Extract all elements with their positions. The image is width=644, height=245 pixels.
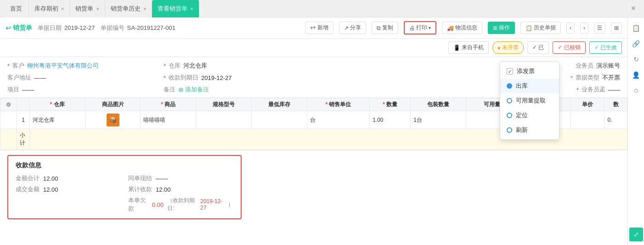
- sidebar-refresh-icon[interactable]: ↻: [629, 52, 643, 66]
- blue-dot-icon: [507, 83, 512, 89]
- print-dropdown-arrow: ▾: [429, 25, 431, 30]
- product-thumbnail: 📦: [107, 114, 119, 126]
- check-icon: ✓: [558, 44, 562, 51]
- doc-date-field: 单据日期 2019-12-27: [38, 24, 95, 32]
- dropdown-item-locate[interactable]: 定位: [500, 108, 559, 123]
- row-amount: 0.: [604, 111, 627, 129]
- row-pack-qty: 1台: [411, 111, 466, 129]
- already-effective-btn[interactable]: ✓ 已生效: [589, 41, 622, 54]
- due-row: 本单欠款 0.00 （收款到期日: 2019-12-27 ）: [128, 196, 233, 213]
- remark-field: 备注 ⊕ 添加备注: [164, 85, 292, 94]
- tab-home[interactable]: 首页: [4, 0, 29, 17]
- tab-close-history[interactable]: ×: [143, 6, 146, 11]
- checkbox-icon: ✓: [507, 68, 513, 74]
- tab-close-sales[interactable]: ×: [96, 6, 99, 11]
- sidebar-star-icon[interactable]: ✩: [629, 84, 643, 97]
- row-sales-unit: 台: [307, 111, 370, 129]
- salesperson-field: * 业务员孟 ——: [576, 85, 620, 94]
- main-layout: ↩ 销货单 单据日期 2019-12-27 单据编号 SA-20191227-0…: [0, 17, 644, 245]
- ops-icon: ⊞: [493, 25, 497, 31]
- subtotal-label-cell: [0, 129, 17, 150]
- tab-close-view[interactable]: ×: [190, 6, 193, 11]
- sidebar-link-icon[interactable]: 🔗: [629, 37, 643, 51]
- sidebar-expand-icon[interactable]: ⤢: [629, 228, 643, 241]
- subtotal-label: 小计: [17, 129, 30, 150]
- project-field: 项目 ——: [7, 85, 164, 94]
- tab-close-inventory[interactable]: ×: [61, 6, 64, 11]
- tab-view-sales[interactable]: 查看销货单 ×: [152, 0, 199, 17]
- tab-sales-order[interactable]: 销货单 ×: [70, 0, 105, 17]
- outline-dot-icon: [507, 98, 512, 103]
- ops-dropdown: ✓ 添发票 出库 可用量提取 定位 刷新: [500, 62, 559, 140]
- refresh-dot-icon: [507, 127, 512, 133]
- plus-remark-icon: ⊕: [178, 86, 184, 93]
- not-open-btn[interactable]: ● 未开票: [492, 41, 524, 54]
- locate-dot-icon: [507, 113, 512, 118]
- sales-icon: ↩: [6, 24, 11, 32]
- payment-grid: 金额合计 12.00 同单现结 —— 成交金额 12.00 累计收款 12.00: [16, 174, 233, 213]
- confirm-btn[interactable]: ✓ 已: [527, 41, 549, 54]
- payment-date-field: * 收款到期日 2019-12-27: [164, 74, 292, 82]
- add-remark-btn[interactable]: ⊕ 添加备注: [178, 85, 209, 94]
- customer-field: * 客户 柳州粤港平安气体有限公司: [7, 62, 164, 70]
- ops-btn[interactable]: ⊞ 操作: [488, 22, 515, 34]
- addr-field: 客户地址 ——: [7, 74, 164, 82]
- row-product-img: 📦: [85, 111, 141, 129]
- phone-icon: 📱: [453, 45, 460, 51]
- add-btn[interactable]: + + 新增: [305, 22, 333, 34]
- sidebar-person-icon[interactable]: 👤: [629, 68, 643, 82]
- dropdown-item-add-invoice[interactable]: ✓ 添发票: [500, 64, 559, 79]
- row-settings: [0, 111, 17, 129]
- total-field: 金额合计 12.00: [16, 174, 121, 182]
- col-min-stock: 最低库存: [251, 98, 307, 111]
- ticket-type-field: * 票据类型 不开票: [571, 74, 620, 82]
- row-min-stock: [251, 111, 307, 129]
- print-icon: 🖨: [409, 25, 415, 31]
- transaction-field: 成交金额 12.00: [16, 185, 121, 194]
- settings-icon[interactable]: ⚙: [6, 102, 11, 108]
- row-warehouse: 河北仓库: [30, 111, 85, 129]
- dropdown-item-available[interactable]: 可用量提取: [500, 93, 559, 108]
- col-sales-unit: * 销售单位: [307, 98, 370, 111]
- right-sidebar: 📋 🔗 ↻ 👤 ✩ ⤢: [627, 17, 644, 245]
- circle-icon: ●: [497, 45, 501, 51]
- payment-title: 收款信息: [16, 161, 233, 170]
- prev-btn[interactable]: ‹: [566, 23, 575, 34]
- dropdown-item-outbound[interactable]: 出库: [500, 79, 559, 93]
- row-quantity: 1.00: [370, 111, 411, 129]
- grid-view-btn[interactable]: ⊞: [611, 23, 622, 34]
- col-num: [17, 98, 30, 111]
- doc-type: ↩ 销货单: [6, 24, 32, 32]
- tab-inventory-init[interactable]: 库存期初 ×: [29, 0, 70, 17]
- share-btn[interactable]: ↗ 分享: [339, 22, 366, 34]
- col-quantity: * 数量: [370, 98, 411, 111]
- warehouse-field: * 仓库 河北仓库: [164, 62, 292, 70]
- col-unit-price: 单价: [571, 98, 604, 111]
- row-product: 嘻嘻嘻嘻: [141, 111, 196, 129]
- sidebar-copy-icon[interactable]: 📋: [629, 21, 643, 35]
- accumulated-field: 累计收款 12.00: [128, 185, 233, 194]
- effective-icon: ✓: [594, 44, 599, 51]
- copy-btn[interactable]: ⧉ 复制: [372, 22, 398, 34]
- same-order-field: 同单现结 ——: [128, 174, 233, 182]
- logistics-btn[interactable]: 🚚 物流信息: [442, 22, 482, 34]
- truck-icon: 🚚: [447, 25, 454, 31]
- history-btn[interactable]: 📋 历史单据: [520, 22, 561, 34]
- list-view-btn[interactable]: ☰: [594, 23, 605, 34]
- dropdown-item-refresh[interactable]: 刷新: [500, 123, 559, 137]
- row-unit-price: [571, 111, 604, 129]
- already-sold-btn[interactable]: ✓ 已核销: [553, 41, 585, 54]
- window-close-btn[interactable]: ×: [626, 4, 640, 13]
- col-product-img: 商品图片: [85, 98, 141, 111]
- col-spec: 规格型号: [196, 98, 252, 111]
- next-btn[interactable]: ›: [580, 23, 588, 34]
- col-amount: 数: [604, 98, 627, 111]
- tab-sales-history[interactable]: 销货单历史 ×: [105, 0, 152, 17]
- col-product: * 商品: [141, 98, 196, 111]
- share-icon: ↗: [344, 25, 349, 31]
- row-spec: [196, 111, 252, 129]
- col-pack-qty: 包装数量: [411, 98, 466, 111]
- from-phone-btn[interactable]: 📱 来自手机: [448, 41, 489, 54]
- col-warehouse: * 仓库: [30, 98, 85, 111]
- print-btn[interactable]: 🖨 打印 ▾: [404, 21, 436, 34]
